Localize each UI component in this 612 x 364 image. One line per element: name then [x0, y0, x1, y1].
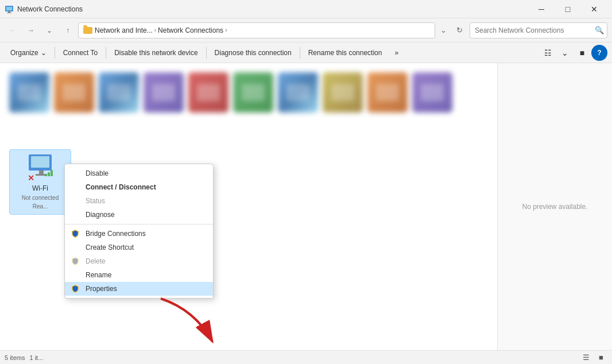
properties-label: Properties	[86, 285, 117, 293]
status-bar-right: ☰ ■	[580, 351, 607, 364]
bg-icon-6	[233, 72, 273, 113]
search-wrapper: 🔍	[470, 22, 607, 38]
ctx-bridge[interactable]: Bridge Connections	[65, 227, 213, 241]
title-bar: Network Connections ─ □ ✕	[0, 0, 612, 18]
organize-label: Organize	[10, 49, 38, 57]
toolbar: Organize ⌄ Connect To Disable this netwo…	[0, 42, 612, 63]
toolbar-separator-2	[106, 47, 106, 59]
no-preview-text: No preview available.	[522, 203, 587, 211]
recent-button[interactable]: ⌄	[41, 22, 57, 38]
ctx-properties[interactable]: Properties	[65, 282, 213, 296]
rename-label: Rename this connection	[308, 49, 382, 57]
bridge-shield-icon	[71, 229, 80, 238]
list-view-button[interactable]: ☰	[580, 351, 592, 364]
organize-chevron-icon: ⌄	[41, 49, 47, 57]
main-content: ✕ Wi-Fi Not connected Rea... Disable Con…	[0, 63, 612, 350]
connect-to-label: Connect To	[63, 49, 98, 57]
network-pc-icon: ✕	[26, 154, 56, 182]
delete-label: Delete	[86, 257, 106, 265]
address-dropdown-button[interactable]: ⌄	[437, 22, 449, 38]
organize-button[interactable]: Organize ⌄	[5, 45, 52, 61]
bg-icon-2	[54, 72, 94, 113]
breadcrumb-network: Network and Inte...	[95, 26, 153, 34]
bg-icon-8	[323, 72, 363, 113]
toolbar-separator-1	[55, 47, 55, 59]
bg-icon-1	[9, 72, 49, 113]
back-button[interactable]: ←	[5, 22, 21, 38]
wifi-status2: Rea...	[33, 203, 48, 210]
status-bar: 5 items 1 it... ☰ ■	[0, 350, 612, 364]
bg-icon-10	[412, 72, 452, 113]
minimize-button[interactable]: ─	[528, 0, 555, 18]
window-title: Network Connections	[17, 5, 528, 13]
ctx-rename[interactable]: Rename	[65, 268, 213, 282]
toolbar-separator-3	[206, 47, 207, 59]
window-controls: ─ □ ✕	[528, 0, 607, 18]
svg-rect-1	[6, 7, 12, 10]
preview-panel: No preview available.	[497, 63, 612, 350]
disable-label: Disable	[86, 169, 109, 177]
maximize-button[interactable]: □	[555, 0, 581, 18]
shortcut-label: Create Shortcut	[86, 243, 134, 251]
bg-icon-5	[188, 72, 228, 113]
refresh-button[interactable]: ↻	[451, 22, 467, 38]
status-label: Status	[86, 197, 105, 205]
svg-rect-3	[7, 13, 11, 13]
search-input[interactable]	[470, 22, 607, 38]
wifi-item[interactable]: ✕ Wi-Fi Not connected Rea...	[9, 149, 71, 215]
app-icon	[5, 5, 14, 14]
breadcrumb-separator-1: ›	[154, 27, 156, 33]
svg-text:✕: ✕	[28, 173, 34, 182]
up-button[interactable]: ↑	[60, 22, 76, 38]
preview-button[interactable]: ■	[574, 45, 590, 61]
more-button[interactable]: »	[389, 45, 404, 61]
breadcrumb-current: Network Connections	[158, 26, 223, 34]
blur-icons	[0, 63, 497, 122]
svg-rect-6	[39, 171, 44, 174]
diagnose-label: Diagnose this connection	[215, 49, 292, 57]
close-button[interactable]: ✕	[581, 0, 607, 18]
svg-rect-9	[48, 172, 50, 176]
connect-disconnect-label: Connect / Disconnect	[86, 183, 156, 191]
ctx-shortcut[interactable]: Create Shortcut	[65, 241, 213, 254]
view-button[interactable]: ☷	[540, 45, 556, 61]
bg-icon-9	[367, 72, 408, 113]
toolbar-separator-4	[300, 47, 300, 59]
ctx-delete: Delete	[65, 254, 213, 268]
file-area[interactable]: ✕ Wi-Fi Not connected Rea... Disable Con…	[0, 63, 497, 350]
wifi-status1: Not connected	[22, 195, 59, 201]
bridge-label: Bridge Connections	[86, 230, 146, 238]
svg-rect-8	[45, 174, 47, 176]
ctx-connect[interactable]: Connect / Disconnect	[65, 180, 213, 194]
breadcrumb-separator-2: ›	[225, 27, 227, 33]
bg-icon-4	[144, 72, 184, 113]
disable-device-label: Disable this network device	[114, 49, 197, 57]
diagnose-ctx-label: Diagnose	[86, 211, 115, 219]
address-path[interactable]: Network and Inte... › Network Connection…	[78, 22, 435, 38]
connect-to-button[interactable]: Connect To	[57, 45, 104, 61]
delete-shield-icon	[71, 257, 80, 266]
details-view-button[interactable]: ■	[595, 351, 607, 364]
view-dropdown-button[interactable]: ⌄	[557, 45, 573, 61]
ctx-diagnose[interactable]: Diagnose	[65, 208, 213, 222]
forward-button[interactable]: →	[23, 22, 39, 38]
rename-ctx-label: Rename	[86, 271, 111, 279]
properties-shield-icon	[71, 284, 80, 293]
folder-icon	[83, 27, 92, 34]
wifi-icon: ✕	[26, 154, 54, 182]
diagnose-button[interactable]: Diagnose this connection	[209, 45, 297, 61]
wifi-name: Wi-Fi	[32, 184, 48, 192]
ctx-status: Status	[65, 194, 213, 208]
ctx-separator-1	[65, 224, 213, 224]
more-label: »	[394, 49, 398, 57]
bg-icon-3	[99, 72, 139, 113]
ctx-disable[interactable]: Disable	[65, 166, 213, 180]
help-button[interactable]: ?	[591, 45, 607, 61]
items-count: 5 items	[5, 354, 25, 361]
selected-count: 1 it...	[29, 354, 43, 361]
rename-button[interactable]: Rename this connection	[303, 45, 388, 61]
disable-device-button[interactable]: Disable this network device	[109, 45, 203, 61]
blur-layer	[0, 63, 497, 148]
context-menu: Disable Connect / Disconnect Status Diag…	[64, 164, 214, 299]
svg-rect-2	[8, 11, 10, 13]
